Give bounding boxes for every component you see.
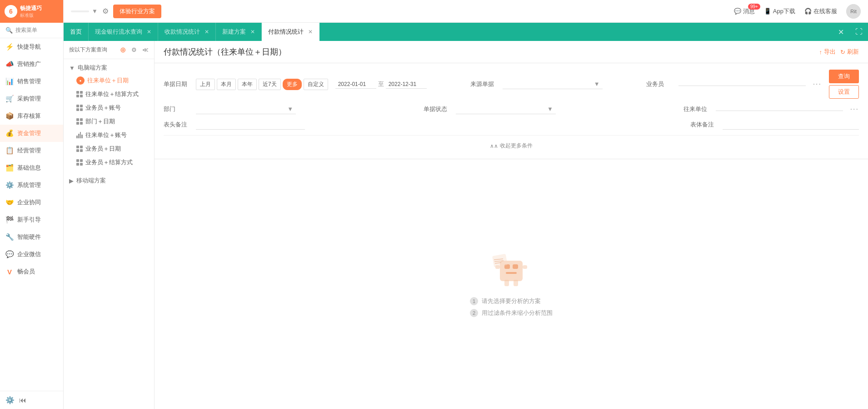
voucher-status-select: ▼ <box>456 104 556 114</box>
scheme-collapse-icon[interactable]: ≪ <box>142 46 149 53</box>
sidebar-item-label: 智能硬件 <box>17 233 41 241</box>
date-btn-last-month[interactable]: 上月 <box>196 79 215 90</box>
sidebar-item-capital[interactable]: 💰 资金管理 <box>0 125 63 142</box>
tab-payment[interactable]: 付款情况统计 ✕ <box>262 23 319 41</box>
settings-small-button[interactable]: 设置 <box>829 85 859 99</box>
trial-button[interactable]: 体验行业方案 <box>113 5 161 18</box>
main-area: ▼ ⚙ 体验行业方案 💬 消息 99+ 📱 App下载 🎧 在线客服 Rit <box>64 0 868 409</box>
scheme-item-chart-icon <box>76 132 83 138</box>
date-btn-this-month[interactable]: 本月 <box>217 79 236 90</box>
tab-home[interactable]: 首页 <box>64 23 89 41</box>
logo-name: 畅捷通巧 <box>20 5 42 12</box>
empty-state: 1 请先选择要分析的方案 2 用过滤条件来缩小分析范围 <box>155 159 868 409</box>
scheme-item-unit-date[interactable]: ● 往来单位＋日期 <box>64 74 154 87</box>
scheme-item-unit-account[interactable]: 往来单位＋账号 <box>64 128 154 142</box>
tab-home-label: 首页 <box>70 28 82 36</box>
staff-more-icon[interactable]: ··· <box>813 80 822 88</box>
sidebar-item-label: 新手引导 <box>17 216 41 224</box>
sidebar-item-quicknav[interactable]: ⚡ 快捷导航 <box>0 38 63 56</box>
tab-new-scheme-label: 新建方案 <box>222 28 246 36</box>
scheme-add-icon[interactable]: ⊕ <box>120 45 126 54</box>
refresh-button[interactable]: ↻ 刷新 <box>840 48 859 56</box>
page-header: 付款情况统计（往来单位＋日期） ↑ 导出 ↻ 刷新 <box>155 41 868 63</box>
date-range-separator: 至 <box>378 80 384 88</box>
footer-collapse-icon[interactable]: ⏮ <box>19 396 26 404</box>
scheme-item-unit-pay[interactable]: 往来单位＋结算方式 <box>64 87 154 101</box>
scheme-group-pc-header[interactable]: ▼ 电脑端方案 <box>64 62 154 74</box>
sidebar-item-inventory[interactable]: 📦 库存核算 <box>0 107 63 125</box>
tab-minimize-button[interactable]: ✕ <box>832 23 850 41</box>
scheme-item-dept-date[interactable]: 部门＋日期 <box>64 115 154 128</box>
svg-rect-8 <box>492 253 508 267</box>
source-select: ▼ <box>503 79 603 89</box>
query-button[interactable]: 查询 <box>829 70 859 83</box>
scheme-settings-icon[interactable]: ⚙ <box>131 46 137 53</box>
scheme-mobile-group: ▶ 移动端方案 <box>64 172 154 189</box>
app-download-button[interactable]: 📱 App下载 <box>764 7 795 15</box>
scheme-item-staff-pay[interactable]: 业务员＋结算方式 <box>64 156 154 169</box>
date-btn-more[interactable]: 更多 <box>283 79 302 90</box>
topbar-settings-icon[interactable]: ⚙ <box>102 7 109 15</box>
page-content: 按以下方案查询 ⊕ ⚙ ≪ ▼ 电脑端方案 ● 往来单位＋日期 <box>64 41 868 409</box>
tab-receipt-close-icon[interactable]: ✕ <box>205 29 209 35</box>
circle-check-icon: ● <box>80 79 82 83</box>
tab-cashflow[interactable]: 现金银行流水查询 ✕ <box>89 23 158 41</box>
table-body-note-input[interactable] <box>723 120 859 130</box>
partner-filter-label: 往来单位 <box>683 105 708 113</box>
search-icon: 🔍 <box>5 27 13 34</box>
sidebar-item-label: 基础信息 <box>17 164 41 172</box>
marketing-icon: 📣 <box>5 60 14 68</box>
online-service-button[interactable]: 🎧 在线客服 <box>804 7 837 15</box>
tab-receipt[interactable]: 收款情况统计 ✕ <box>158 23 216 41</box>
partner-select-box[interactable] <box>716 108 843 111</box>
sidebar-item-label: 采购管理 <box>17 95 41 103</box>
date-btn-7days[interactable]: 近7天 <box>259 79 281 90</box>
sidebar-item-operation[interactable]: 📋 经营管理 <box>0 142 63 159</box>
source-select-box[interactable]: ▼ <box>503 79 603 89</box>
sidebar-nav: ⚡ 快捷导航 📣 营销推广 📊 销售管理 🛒 采购管理 📦 库存核算 💰 资金管… <box>0 38 63 391</box>
date-btn-this-year[interactable]: 本年 <box>238 79 257 90</box>
scheme-item-label: 业务员＋账号 <box>85 104 121 112</box>
svg-rect-6 <box>504 280 509 286</box>
scheme-group-mobile-header[interactable]: ▶ 移动端方案 <box>64 175 154 187</box>
sidebar-item-hardware[interactable]: 🔧 智能硬件 <box>0 228 63 246</box>
topbar-account[interactable]: ▼ <box>71 8 98 15</box>
date-btn-custom[interactable]: 自定义 <box>304 79 328 90</box>
filter-row-1: 单据日期 上月 本月 本年 近7天 更多 自定义 至 <box>164 70 859 99</box>
sidebar-item-cooperation[interactable]: 🤝 企业协同 <box>0 194 63 211</box>
date-end-input[interactable] <box>386 80 427 89</box>
footer-settings-icon[interactable]: ⚙️ <box>5 396 15 404</box>
sales-icon: 📊 <box>5 77 14 86</box>
user-avatar[interactable]: Rit <box>846 4 861 19</box>
sidebar-item-label: 企业协同 <box>17 198 41 207</box>
tab-new-scheme-close-icon[interactable]: ✕ <box>250 29 255 35</box>
sidebar-item-purchase[interactable]: 🛒 采购管理 <box>0 90 63 107</box>
operation-icon: 📋 <box>5 146 14 155</box>
sidebar-search[interactable]: 🔍 搜索菜单 <box>0 23 63 38</box>
date-start-input[interactable] <box>335 80 376 89</box>
sidebar-item-member[interactable]: V 畅会员 <box>0 263 63 280</box>
tab-new-scheme[interactable]: 新建方案 ✕ <box>216 23 262 41</box>
svg-rect-2 <box>513 264 518 269</box>
sidebar-item-sales[interactable]: 📊 销售管理 <box>0 73 63 90</box>
scheme-item-staff-account[interactable]: 业务员＋账号 <box>64 101 154 115</box>
message-button[interactable]: 💬 消息 99+ <box>734 7 755 15</box>
sidebar-item-guide[interactable]: 🏁 新手引导 <box>0 211 63 228</box>
scheme-item-label: 业务员＋结算方式 <box>85 158 133 167</box>
voucher-status-select-box[interactable]: ▼ <box>456 104 556 114</box>
sidebar-item-marketing[interactable]: 📣 营销推广 <box>0 56 63 73</box>
tab-cashflow-close-icon[interactable]: ✕ <box>147 29 151 35</box>
table-header-note-input[interactable] <box>196 120 305 130</box>
partner-more-icon[interactable]: ··· <box>850 105 859 113</box>
sidebar-item-wechat[interactable]: 💬 企业微信 <box>0 246 63 263</box>
scheme-item-staff-date[interactable]: 业务员＋日期 <box>64 142 154 156</box>
collapse-more-button[interactable]: ∧∧ 收起更多条件 <box>164 139 859 152</box>
tab-expand-button[interactable]: ⛶ <box>850 23 868 41</box>
sidebar-item-label: 库存核算 <box>17 112 41 120</box>
export-button[interactable]: ↑ 导出 <box>819 48 836 56</box>
staff-select-box[interactable] <box>678 83 806 86</box>
sidebar-item-basics[interactable]: 🗂️ 基础信息 <box>0 159 63 177</box>
tab-payment-close-icon[interactable]: ✕ <box>308 29 313 35</box>
sidebar-item-system[interactable]: ⚙️ 系统管理 <box>0 177 63 194</box>
dept-select-box[interactable]: ▼ <box>196 104 296 114</box>
